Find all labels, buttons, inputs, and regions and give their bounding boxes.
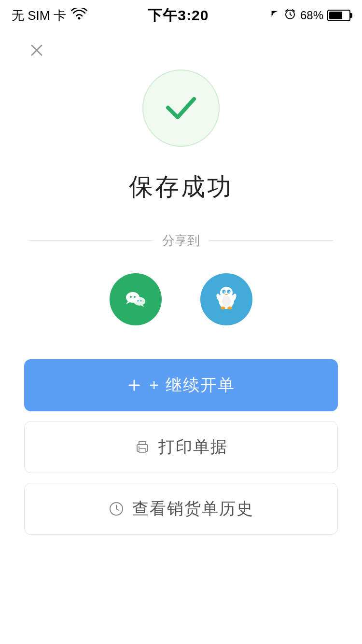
print-button[interactable]: 打印单据 bbox=[24, 421, 338, 473]
svg-point-16 bbox=[227, 307, 232, 309]
print-icon bbox=[134, 439, 151, 455]
svg-point-0 bbox=[78, 17, 80, 19]
close-button[interactable] bbox=[24, 38, 49, 63]
divider-line-right bbox=[209, 240, 333, 241]
svg-point-21 bbox=[139, 447, 140, 448]
svg-point-3 bbox=[134, 297, 145, 306]
status-bar: 无 SIM 卡 下午3:20 68% bbox=[0, 0, 362, 31]
print-label: 打印单据 bbox=[158, 436, 228, 458]
share-section: 分享到 bbox=[0, 232, 362, 325]
status-time: 下午3:20 bbox=[148, 6, 209, 26]
share-divider: 分享到 bbox=[29, 232, 333, 249]
svg-point-15 bbox=[221, 307, 225, 309]
alarm-icon bbox=[284, 8, 296, 23]
checkmark-icon bbox=[159, 85, 203, 131]
svg-point-4 bbox=[130, 296, 132, 298]
share-qq-button[interactable] bbox=[200, 273, 252, 325]
svg-point-7 bbox=[140, 300, 141, 301]
location-icon bbox=[269, 9, 280, 22]
battery-icon bbox=[327, 10, 350, 21]
success-title: 保存成功 bbox=[129, 171, 233, 203]
svg-point-14 bbox=[222, 296, 231, 307]
share-wechat-button[interactable] bbox=[110, 273, 162, 325]
share-label: 分享到 bbox=[162, 232, 200, 249]
divider-line-left bbox=[29, 240, 153, 241]
status-right: 68% bbox=[269, 8, 350, 23]
plus-icon bbox=[127, 378, 141, 392]
continue-button[interactable]: + 继续开单 bbox=[24, 359, 338, 411]
battery-percent: 68% bbox=[300, 9, 323, 22]
history-label: 查看销货单历史 bbox=[132, 498, 254, 520]
svg-point-13 bbox=[229, 292, 230, 293]
sim-text: 无 SIM 卡 bbox=[12, 7, 66, 24]
status-left: 无 SIM 卡 bbox=[12, 7, 87, 24]
svg-point-6 bbox=[137, 300, 139, 301]
share-icons bbox=[29, 273, 333, 325]
svg-rect-20 bbox=[139, 448, 146, 452]
svg-point-5 bbox=[134, 296, 136, 298]
history-button[interactable]: 查看销货单历史 bbox=[24, 483, 338, 535]
success-circle bbox=[142, 70, 220, 147]
success-section: 保存成功 分享到 bbox=[0, 31, 362, 535]
continue-label: + 继续开单 bbox=[149, 374, 235, 396]
clock-icon bbox=[108, 501, 125, 517]
wifi-icon bbox=[71, 8, 87, 24]
svg-point-12 bbox=[224, 292, 225, 293]
action-buttons: + 继续开单 打印单据 查看销 bbox=[0, 359, 362, 535]
